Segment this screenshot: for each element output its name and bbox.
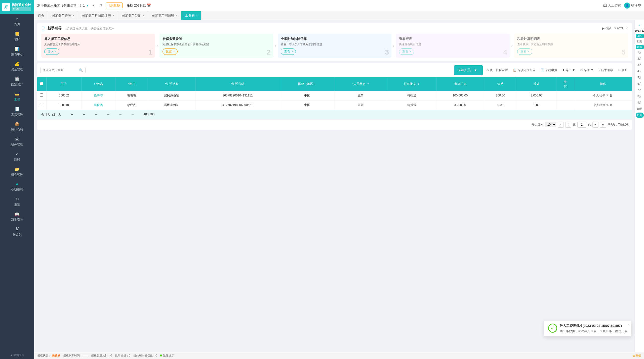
search-input[interactable] [43, 68, 78, 72]
guide-close-button[interactable]: × [626, 26, 628, 30]
recharge-link[interactable]: 去充值 [633, 354, 641, 357]
toast-close-button[interactable]: × [628, 323, 629, 326]
guide-step-5-button[interactable]: 查看 > [517, 48, 532, 55]
row1-social-insurance-link[interactable]: 个人社保 [593, 94, 605, 97]
row2-checkbox-cell[interactable] [37, 100, 46, 110]
row2-delete-icon[interactable]: 🗑 [610, 103, 613, 107]
guide-step-2-button[interactable]: 设置 > [163, 48, 178, 55]
row2-actions[interactable]: 个人社保 ✎ 🗑 [574, 100, 632, 110]
sidebar-item-tax[interactable]: 🏛 税务管理 [0, 134, 34, 149]
add-account-button[interactable]: + [91, 3, 96, 8]
new-guide-button[interactable]: ? 新手引导 [597, 67, 615, 73]
month-feb[interactable]: 2月 [636, 56, 644, 61]
col-status[interactable]: *人员状态 ▼ [335, 77, 387, 91]
guide-step-4-button[interactable]: 查看 > [399, 48, 414, 55]
month-jan[interactable]: 1月 [636, 50, 644, 55]
switch-version-button[interactable]: 切到旧版 [106, 3, 123, 8]
row2-checkbox[interactable] [40, 103, 43, 106]
sidebar-item-archive[interactable]: 📁 归档管理 [0, 164, 34, 179]
close-tab-fixed-assets-icon[interactable]: × [73, 14, 74, 17]
col-report-status[interactable]: 报送状态 ▼ [387, 77, 436, 91]
sidebar-item-report[interactable]: 📊 报表中心 [0, 44, 34, 59]
sidebar-item-member[interactable]: V 畅会员 [0, 224, 34, 239]
sidebar-item-guide[interactable]: 📖 新手引导 [0, 209, 34, 224]
settings-button[interactable]: ⚙ [98, 3, 104, 8]
month-mar[interactable]: 3月 [636, 62, 644, 68]
sidebar-item-checkout[interactable]: ✓ 结账 [0, 149, 34, 164]
sidebar-item-expense[interactable]: ● 小畅报销 [0, 179, 34, 194]
prev-page-button[interactable]: ‹ [565, 122, 571, 128]
last-page-button[interactable]: » [600, 122, 606, 128]
close-tab-fixed-category-icon[interactable]: × [143, 14, 144, 17]
row2-social-insurance-link[interactable]: 个人社保 [593, 103, 605, 107]
tab-home[interactable]: 首页 [34, 11, 48, 20]
customer-service-button[interactable]: 🎧 人工咨询 [603, 3, 621, 8]
month-nov-active[interactable]: 11月 [636, 113, 644, 118]
operations-button[interactable]: ⚙ 操作 ▼ [579, 67, 595, 73]
user-menu[interactable]: 👤 徐泽华 [624, 3, 641, 9]
toast-notification: × ✓ 导入工资表模板(2023-03-23 15:07:59.897) 共 9… [544, 321, 631, 336]
page-input[interactable] [577, 122, 586, 128]
sidebar-item-fixed-assets[interactable]: 🏢 固定资产 [0, 74, 34, 89]
unpin-button[interactable]: ◄ 取消固定 [0, 351, 34, 359]
month-jul[interactable]: 7月 [636, 87, 644, 93]
row2-edit-icon[interactable]: ✎ [606, 103, 609, 107]
sidebar-item-finance[interactable]: 💰 资金管理 [0, 59, 34, 74]
sidebar-item-inventory[interactable]: 📦 进销台账 [0, 119, 34, 134]
row1-checkbox[interactable] [40, 93, 43, 97]
next-page-button[interactable]: › [592, 122, 598, 128]
sidebar-item-salary[interactable]: 💳 工资 [0, 89, 34, 104]
export-button[interactable]: ⬇ 导出 ▼ [561, 67, 577, 73]
period-selector[interactable]: 账期 2023-11 📅 [127, 3, 151, 8]
month-sep[interactable]: 9月 [636, 100, 644, 105]
tab-fixed-depreciation[interactable]: 固定资产折旧统计表 × [78, 11, 118, 20]
add-person-button[interactable]: 添加人员 ▼ [454, 65, 483, 75]
tab-salary[interactable]: 工资表 × [181, 11, 202, 20]
month-jun[interactable]: 6月 [636, 81, 644, 86]
row2-nationality: 中国 [280, 100, 335, 110]
first-page-button[interactable]: « [558, 122, 564, 128]
select-all-checkbox[interactable] [40, 82, 43, 85]
page-size-select[interactable]: 10 20 50 [545, 122, 556, 127]
guide-step-3-button[interactable]: 查看 > [281, 48, 296, 55]
sidebar-item-home[interactable]: ⌂ 首页 [0, 14, 34, 29]
sidebar-item-label: 结账 [14, 158, 20, 162]
month-may[interactable]: 5月 [636, 75, 644, 80]
tab-fixed-category[interactable]: 固定资产类别 × [118, 11, 148, 20]
tab-fixed-assets[interactable]: 固定资产管理 × [48, 11, 78, 20]
month-2023[interactable]: 2023 [636, 34, 644, 38]
sidebar-item-invoice[interactable]: 🧾 发票管理 [0, 104, 34, 119]
month-aug[interactable]: 8月 [636, 94, 644, 99]
row1-edit-icon[interactable]: ✎ [606, 94, 609, 97]
special-deduction-button[interactable]: 📋 专项附加扣除 [511, 67, 537, 73]
month-apr[interactable]: 4月 [636, 69, 644, 74]
row2-allowance: 0.00 [484, 100, 517, 110]
table-footer: 合计共（2）人 -- -- -- -- -- -- 103,200 [37, 110, 632, 119]
close-tab-fixed-detail-icon[interactable]: × [176, 14, 177, 17]
collapse-panel-icon[interactable]: « [638, 22, 642, 28]
auth-status-label: 授权状态： 未授权 [37, 354, 60, 357]
guide-step-1-button[interactable]: 导入 > [44, 48, 59, 55]
row2-name[interactable]: 李俊杰 [82, 100, 115, 110]
tax-report-button[interactable]: 📄 个税申报 [539, 67, 559, 73]
month-dec[interactable]: 12月 [636, 39, 644, 44]
guide-video-link[interactable]: ▶ 视频 [602, 26, 611, 30]
close-tab-salary-icon[interactable]: × [196, 14, 198, 17]
close-tab-fixed-depreciation-icon[interactable]: × [112, 14, 114, 17]
account-selector[interactable]: 刘小艳演示账套（勿删勿动！）1 ▼ [37, 3, 89, 8]
row1-actions[interactable]: 个人社保 ✎ 🗑 [574, 91, 632, 100]
guide-help-link[interactable]: ? 帮助 [614, 26, 623, 30]
month-oct[interactable]: 10月 [636, 106, 644, 112]
sidebar-item-label: 设置 [14, 202, 20, 207]
col-name[interactable]: ↑ *姓名 [82, 77, 115, 91]
refresh-button[interactable]: ↻ 刷新 [617, 67, 629, 73]
row1-name[interactable]: 徐泽华 [82, 91, 115, 100]
select-all-header[interactable] [37, 77, 46, 91]
social-insurance-button[interactable]: ⚙ 统一社保设置 [485, 67, 509, 73]
row1-delete-icon[interactable]: 🗑 [610, 94, 613, 97]
row1-checkbox-cell[interactable] [37, 91, 46, 100]
add-dropdown-icon[interactable]: ▼ [472, 67, 479, 74]
sidebar-item-settings[interactable]: ⚙ 设置 [0, 194, 34, 209]
sidebar-item-ledger[interactable]: 📒 总账 [0, 29, 34, 44]
tab-fixed-detail[interactable]: 固定资产明细账 × [148, 11, 181, 20]
